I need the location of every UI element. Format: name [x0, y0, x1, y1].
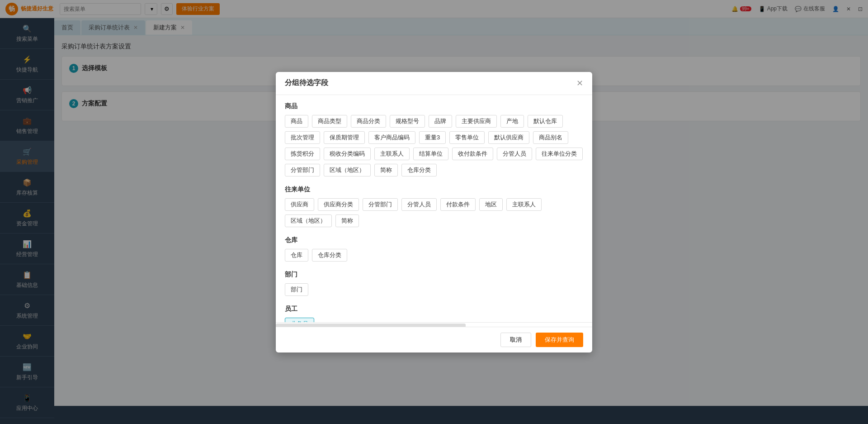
field-tag-contact[interactable]: 主联系人 [374, 148, 410, 160]
modal-close-button[interactable]: ✕ [576, 78, 583, 88]
field-tag-dept[interactable]: 部门 [285, 283, 308, 296]
field-tag-pay-terms[interactable]: 付款条件 [440, 198, 476, 211]
field-grid-product: 商品 商品类型 商品分类 规格型号 品牌 主要供应商 产地 默认仓库 批次管理 … [285, 115, 583, 176]
field-grid-employee: 业务员 [285, 318, 583, 322]
field-tag-short-name[interactable]: 简称 [374, 164, 398, 176]
field-grid-partner: 供应商 供应商分类 分管部门 分管人员 付款条件 地区 主联系人 区域（地区） … [285, 198, 583, 227]
field-tag-manage-dept[interactable]: 分管部门 [363, 198, 398, 211]
section-partner: 往来单位 供应商 供应商分类 分管部门 分管人员 付款条件 地区 主联系人 区域… [285, 186, 583, 227]
field-tag-tax-code[interactable]: 税收分类编码 [324, 148, 371, 160]
field-tag-main-contact[interactable]: 主联系人 [506, 198, 542, 211]
field-grid-department: 部门 [285, 283, 583, 296]
section-title-partner: 往来单位 [285, 186, 583, 194]
section-title-warehouse: 仓库 [285, 236, 583, 244]
cancel-button[interactable]: 取消 [500, 333, 531, 347]
field-tag-product-category[interactable]: 商品分类 [351, 115, 386, 128]
field-tag-area[interactable]: 地区 [479, 198, 503, 211]
field-tag-supplier[interactable]: 供应商 [285, 198, 314, 211]
modal-header: 分组待选字段 ✕ [276, 72, 592, 95]
section-product: 商品 商品 商品类型 商品分类 规格型号 品牌 主要供应商 产地 默认仓库 批次… [285, 102, 583, 176]
section-title-department: 部门 [285, 271, 583, 279]
modal-hscroll[interactable] [276, 322, 592, 327]
field-tag-customer-code[interactable]: 客户商品编码 [368, 131, 415, 144]
field-tag-spec-type[interactable]: 规格型号 [390, 115, 425, 128]
section-department: 部门 部门 [285, 271, 583, 296]
field-tag-warehouse[interactable]: 仓库 [285, 249, 308, 262]
field-tag-default-warehouse[interactable]: 默认仓库 [528, 115, 563, 128]
modal: 分组待选字段 ✕ 商品 商品 商品类型 商品分类 规格型号 品牌 主要供应商 产… [276, 72, 592, 353]
field-tag-product-type[interactable]: 商品类型 [312, 115, 347, 128]
modal-hscroll-thumb [276, 324, 466, 327]
modal-body: 商品 商品 商品类型 商品分类 规格型号 品牌 主要供应商 产地 默认仓库 批次… [276, 95, 592, 322]
field-tag-quality-mgmt[interactable]: 保质期管理 [324, 131, 365, 144]
field-tag-salesperson[interactable]: 业务员 [285, 318, 314, 322]
section-employee: 员工 业务员 [285, 305, 583, 322]
save-button[interactable]: 保存并查询 [536, 333, 583, 347]
section-title-product: 商品 [285, 102, 583, 110]
field-tag-weight3[interactable]: 重量3 [419, 131, 446, 144]
field-tag-source-unit-category[interactable]: 往来单位分类 [536, 148, 583, 160]
field-tag-product-alias[interactable]: 商品别名 [533, 131, 568, 144]
field-grid-warehouse: 仓库 仓库分类 [285, 249, 583, 262]
field-tag-region[interactable]: 区域（地区） [324, 164, 371, 176]
field-tag-manager[interactable]: 分管人员 [497, 148, 532, 160]
field-tag-pick-score[interactable]: 拣货积分 [285, 148, 320, 160]
field-tag-warehouse-category[interactable]: 仓库分类 [401, 164, 437, 176]
field-tag-settle-unit[interactable]: 结算单位 [413, 148, 448, 160]
field-tag-product[interactable]: 商品 [285, 115, 308, 128]
modal-footer: 取消 保存并查询 [276, 327, 592, 353]
field-tag-dept-managed[interactable]: 分管部门 [285, 164, 320, 176]
field-tag-main-supplier[interactable]: 主要供应商 [456, 115, 497, 128]
field-tag-brand[interactable]: 品牌 [429, 115, 452, 128]
field-tag-retail-unit[interactable]: 零售单位 [449, 131, 485, 144]
field-tag-short-name2[interactable]: 简称 [335, 214, 359, 227]
section-warehouse: 仓库 仓库 仓库分类 [285, 236, 583, 262]
field-tag-region2[interactable]: 区域（地区） [285, 214, 332, 227]
section-title-employee: 员工 [285, 305, 583, 313]
modal-title: 分组待选字段 [285, 78, 328, 88]
field-tag-manage-person[interactable]: 分管人员 [401, 198, 437, 211]
field-tag-origin[interactable]: 产地 [500, 115, 524, 128]
field-tag-default-supplier[interactable]: 默认供应商 [488, 131, 529, 144]
modal-overlay: 分组待选字段 ✕ 商品 商品 商品类型 商品分类 规格型号 品牌 主要供应商 产… [0, 0, 868, 424]
field-tag-payment-terms[interactable]: 收付款条件 [452, 148, 493, 160]
field-tag-supplier-category[interactable]: 供应商分类 [318, 198, 359, 211]
field-tag-warehouse-cat[interactable]: 仓库分类 [312, 249, 347, 262]
field-tag-batch-mgmt[interactable]: 批次管理 [285, 131, 320, 144]
